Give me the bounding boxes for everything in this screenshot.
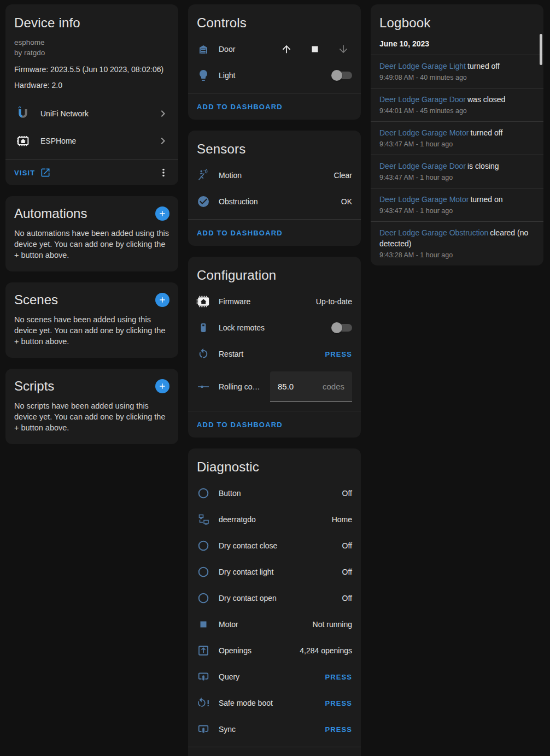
add-to-dashboard-button[interactable]: ADD TO DASHBOARD	[197, 421, 283, 429]
diag-row-dry-contact-open[interactable]: Dry contact open Off	[188, 585, 361, 611]
diag-row-query[interactable]: Query PRESS	[188, 664, 361, 690]
radiobox-blank-icon	[197, 487, 210, 500]
diag-row-deerratgdo[interactable]: deerratgdo Home	[188, 506, 361, 533]
esphome-chip-icon	[195, 293, 212, 310]
diag-name: Motor	[219, 620, 238, 629]
integration-row-unifi[interactable]: UniFi Network	[5, 101, 178, 127]
diag-name: deerratgdo	[219, 515, 256, 524]
visit-button[interactable]: VISIT	[14, 167, 51, 178]
device-firmware: Firmware: 2023.5.5 (Jun 10 2023, 08:02:0…	[14, 65, 169, 74]
diagnostic-footer: ADD TO DASHBOARD	[188, 747, 361, 756]
logbook-entry-text: Deer Lodge Garage Obstructioncleared (no…	[379, 227, 535, 249]
config-row-rolling-code[interactable]: Rolling co… 85.0 codes	[188, 367, 361, 406]
configuration-title: Configuration	[188, 257, 361, 288]
diag-value: Off	[342, 541, 352, 550]
control-row-door[interactable]: Door	[188, 36, 361, 62]
sensors-card: Sensors Motion Clear	[188, 131, 361, 246]
lan-icon	[197, 513, 210, 526]
cover-buttons	[280, 43, 352, 56]
logbook-entity-link[interactable]: Deer Lodge Garage Door	[379, 162, 466, 170]
diagnostic-card: Diagnostic Button Off	[188, 448, 361, 756]
diag-row-dry-contact-close[interactable]: Dry contact close Off	[188, 533, 361, 559]
sensors-footer: ADD TO DASHBOARD	[188, 220, 361, 246]
add-automation-button[interactable]	[155, 206, 169, 221]
logbook-entry: Deer Lodge Garage Motorturned off 9:43:4…	[371, 121, 543, 155]
add-scene-button[interactable]	[155, 293, 169, 307]
add-to-dashboard-button[interactable]: ADD TO DASHBOARD	[197, 229, 283, 237]
sensor-row-obstruction[interactable]: Obstruction OK	[188, 188, 361, 215]
query-press-button[interactable]: PRESS	[325, 673, 352, 681]
logbook-entity-link[interactable]: Deer Lodge Garage Light	[379, 62, 466, 70]
configuration-card: Configuration Firmware Up-to-date	[188, 257, 361, 438]
sensor-value: OK	[341, 197, 352, 206]
remote-icon	[197, 321, 210, 334]
sync-press-button[interactable]: PRESS	[325, 725, 352, 734]
logbook-entity-link[interactable]: Deer Lodge Garage Door	[379, 95, 466, 104]
diag-value: Home	[332, 515, 352, 524]
arrow-up-box-icon	[197, 644, 210, 657]
config-row-restart[interactable]: Restart PRESS	[188, 341, 361, 367]
kebab-menu-icon[interactable]	[157, 167, 169, 179]
config-name: Rolling co…	[219, 382, 260, 391]
light-toggle[interactable]	[332, 72, 352, 79]
visit-label: VISIT	[14, 169, 36, 177]
diag-name: Button	[219, 489, 241, 498]
toggle-knob	[331, 70, 342, 81]
logbook-title: Logbook	[371, 4, 543, 34]
config-value: Up-to-date	[316, 297, 352, 306]
diag-value: Off	[342, 568, 352, 576]
diag-name: Sync	[219, 725, 236, 734]
logbook-entry: Deer Lodge Garage Obstructioncleared (no…	[371, 221, 543, 265]
esphome-logo-icon	[14, 132, 32, 150]
right-column: Logbook June 10, 2023 Deer Lodge Garage …	[371, 4, 543, 265]
restart-press-button[interactable]: PRESS	[325, 350, 352, 358]
open-up-arrow-icon[interactable]	[280, 43, 293, 56]
sensor-name: Motion	[219, 171, 242, 180]
sensor-row-motion[interactable]: Motion Clear	[188, 162, 361, 188]
integration-label: UniFi Network	[40, 109, 89, 118]
logbook-entry: Deer Lodge Garage Lightturned off 9:49:0…	[371, 55, 543, 88]
diag-row-button[interactable]: Button Off	[188, 480, 361, 506]
logbook-entry-text: Deer Lodge Garage Doorwas closed	[379, 94, 535, 105]
diag-name: Dry contact close	[219, 541, 277, 550]
logbook-entry: Deer Lodge Garage Motorturned on 9:43:47…	[371, 188, 543, 221]
tap-button-icon	[197, 723, 210, 736]
device-name: esphome	[14, 37, 169, 48]
logbook-entity-link[interactable]: Deer Lodge Garage Obstruction	[379, 228, 488, 237]
logbook-entity-link[interactable]: Deer Lodge Garage Motor	[379, 128, 469, 137]
diag-row-dry-contact-light[interactable]: Dry contact light Off	[188, 559, 361, 585]
device-info-card: Device info esphome by ratgdo Firmware: …	[5, 4, 178, 185]
sensors-title: Sensors	[188, 131, 361, 162]
config-row-firmware[interactable]: Firmware Up-to-date	[188, 288, 361, 315]
logbook-timestamp: 9:43:47 AM - 1 hour ago	[379, 207, 535, 215]
diag-row-safe-mode-boot[interactable]: Safe mode boot PRESS	[188, 690, 361, 716]
control-row-light[interactable]: Light	[188, 62, 361, 88]
device-hardware: Hardware: 2.0	[14, 81, 169, 90]
controls-footer: ADD TO DASHBOARD	[188, 93, 361, 120]
rolling-code-unit: codes	[323, 382, 344, 391]
config-row-lock-remotes[interactable]: Lock remotes	[188, 315, 361, 341]
diag-row-openings[interactable]: Openings 4,284 openings	[188, 637, 361, 664]
square-icon	[197, 618, 210, 631]
controls-title: Controls	[188, 4, 361, 36]
diag-row-motor[interactable]: Motor Not running	[188, 611, 361, 637]
rolling-code-input[interactable]: 85.0 codes	[270, 371, 352, 402]
logbook-timestamp: 9:43:28 AM - 1 hour ago	[379, 251, 535, 259]
restart-alert-icon	[197, 696, 210, 710]
diag-row-sync[interactable]: Sync PRESS	[188, 716, 361, 742]
lock-remotes-toggle[interactable]	[332, 324, 352, 332]
config-name: Firmware	[219, 297, 250, 306]
close-down-arrow-icon[interactable]	[337, 43, 350, 56]
configuration-footer: ADD TO DASHBOARD	[188, 411, 361, 438]
plus-icon	[158, 382, 167, 391]
diagnostic-title: Diagnostic	[188, 448, 361, 480]
add-to-dashboard-button[interactable]: ADD TO DASHBOARD	[197, 103, 283, 111]
safe-mode-boot-press-button[interactable]: PRESS	[325, 699, 352, 707]
logbook-entity-link[interactable]: Deer Lodge Garage Motor	[379, 195, 469, 204]
integration-row-esphome[interactable]: ESPHome	[5, 128, 178, 154]
restart-icon	[197, 347, 210, 361]
scripts-card: Scripts No scripts have been added using…	[5, 369, 178, 444]
add-script-button[interactable]	[155, 379, 169, 393]
logbook-scrollbar[interactable]	[540, 34, 542, 65]
stop-square-icon[interactable]	[308, 43, 321, 56]
